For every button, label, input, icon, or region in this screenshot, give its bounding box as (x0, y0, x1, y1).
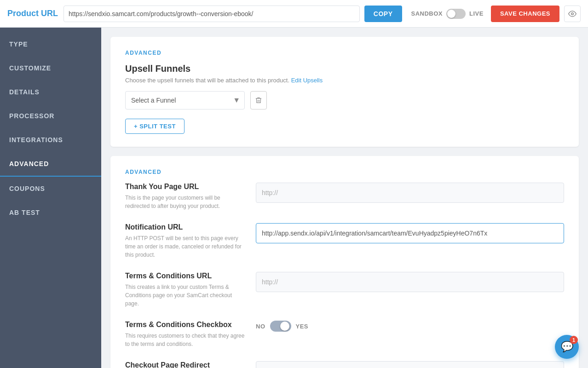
thank-you-desc: This is the page your customers will be … (125, 194, 245, 210)
funnel-select[interactable]: Select a Funnel (125, 91, 245, 109)
thank-you-input[interactable] (256, 183, 564, 203)
save-changes-button[interactable]: SAVE CHANGES (491, 6, 559, 22)
toggle-yes-label: YES (296, 323, 309, 330)
notification-input[interactable] (256, 223, 564, 243)
upsell-card: ADVANCED Upsell Funnels Choose the upsel… (110, 37, 579, 147)
terms-checkbox-desc: This requires customers to check that th… (125, 332, 245, 348)
terms-checkbox-row: Terms & Conditions Checkbox This require… (125, 321, 564, 348)
terms-toggle[interactable] (270, 321, 291, 332)
main-layout: TYPE CUSTOMIZE DETAILS PROCESSOR INTEGRA… (0, 28, 588, 368)
url-input[interactable] (63, 6, 360, 22)
upsell-section-title: ADVANCED (125, 50, 564, 56)
advanced-card: ADVANCED Thank You Page URL This is the … (110, 156, 579, 368)
sidebar-item-details[interactable]: DETAILS (0, 80, 101, 104)
top-bar: Product URL COPY SANDBOX LIVE SAVE CHANG… (0, 0, 588, 28)
terms-checkbox-label-col: Terms & Conditions Checkbox This require… (125, 321, 245, 348)
eye-icon (568, 10, 576, 18)
toggle-thumb (447, 10, 455, 18)
sandbox-live-switch[interactable] (446, 9, 466, 19)
checkout-redirect-row: Checkout Page Redirect If entered, visit… (125, 361, 564, 368)
notification-label: Notification URL (125, 223, 245, 231)
preview-button[interactable] (564, 6, 581, 22)
terms-toggle-thumb (280, 322, 289, 331)
sidebar-item-type[interactable]: TYPE (0, 32, 101, 56)
advanced-section-title: ADVANCED (125, 169, 564, 175)
notification-desc: An HTTP POST will be sent to this page e… (125, 234, 245, 259)
sidebar-item-ab-test[interactable]: AB TEST (0, 201, 101, 224)
thank-you-row: Thank You Page URL This is the page your… (125, 183, 564, 210)
terms-checkbox-label: Terms & Conditions Checkbox (125, 321, 245, 329)
terms-url-row: Terms & Conditions URL This creates a li… (125, 272, 564, 308)
product-url-label: Product URL (7, 9, 58, 18)
terms-url-label-col: Terms & Conditions URL This creates a li… (125, 272, 245, 308)
sidebar-item-processor[interactable]: PROCESSOR (0, 104, 101, 128)
checkout-redirect-input[interactable] (256, 361, 564, 368)
chat-badge: 1 (570, 336, 578, 344)
checkout-redirect-label-col: Checkout Page Redirect If entered, visit… (125, 361, 245, 368)
notification-label-col: Notification URL An HTTP POST will be se… (125, 223, 245, 259)
thank-you-label-col: Thank You Page URL This is the page your… (125, 183, 245, 210)
sandbox-label: SANDBOX (411, 10, 443, 17)
thank-you-label: Thank You Page URL (125, 183, 245, 191)
notification-row: Notification URL An HTTP POST will be se… (125, 223, 564, 259)
edit-upsells-link[interactable]: Edit Upsells (291, 77, 323, 84)
funnel-row: Select a Funnel ▼ (125, 91, 564, 109)
delete-funnel-button[interactable] (250, 91, 267, 109)
sidebar-item-advanced[interactable]: ADVANCED (0, 152, 101, 177)
sidebar-item-coupons[interactable]: COUPONS (0, 177, 101, 201)
toggle-no-label: NO (256, 323, 265, 330)
terms-toggle-wrap: NO YES (256, 321, 308, 332)
sidebar-item-customize[interactable]: CUSTOMIZE (0, 56, 101, 80)
copy-button[interactable]: COPY (364, 6, 402, 22)
terms-url-desc: This creates a link to your custom Terms… (125, 283, 245, 308)
upsell-desc: Choose the upsell funnels that will be a… (125, 77, 564, 84)
chat-bubble[interactable]: 💬 1 (555, 335, 579, 359)
checkout-redirect-label: Checkout Page Redirect (125, 361, 245, 368)
content-area: ADVANCED Upsell Funnels Choose the upsel… (101, 28, 588, 368)
live-label: LIVE (469, 10, 484, 17)
sidebar-item-integrations[interactable]: INTEGRATIONS (0, 128, 101, 152)
split-test-button[interactable]: + SPLIT TEST (125, 119, 184, 134)
upsell-heading: Upsell Funnels (125, 63, 564, 74)
sandbox-live-toggle: SANDBOX LIVE (411, 9, 484, 19)
terms-url-label: Terms & Conditions URL (125, 272, 245, 280)
terms-url-input[interactable] (256, 272, 564, 292)
funnel-select-wrapper: Select a Funnel ▼ (125, 91, 245, 109)
sidebar: TYPE CUSTOMIZE DETAILS PROCESSOR INTEGRA… (0, 28, 101, 368)
trash-icon (255, 96, 262, 104)
svg-point-0 (571, 12, 574, 15)
